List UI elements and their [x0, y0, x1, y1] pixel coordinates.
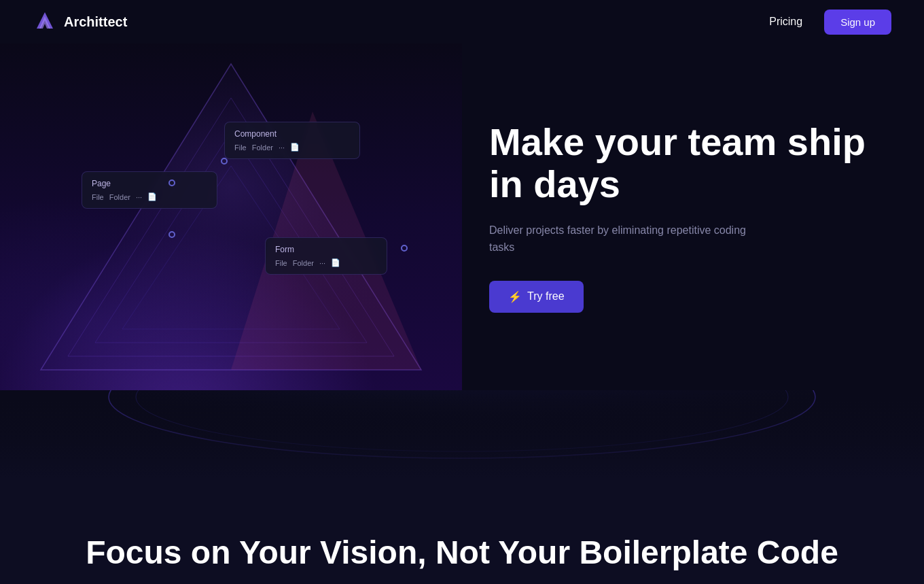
arc-svg	[0, 390, 924, 479]
svg-rect-9	[0, 390, 924, 479]
component-card: Component File Folder ··· 📄	[224, 122, 360, 159]
logo-icon	[33, 10, 57, 34]
signup-button[interactable]: Sign up	[824, 10, 891, 35]
form-card-row: File Folder ··· 📄	[275, 258, 377, 267]
page-card-row: File Folder ··· 📄	[92, 192, 207, 201]
dot-form	[401, 245, 408, 252]
component-folder[interactable]: Folder	[252, 143, 273, 152]
try-free-icon: ⚡	[508, 290, 522, 303]
focus-section: Focus on Your Vision, Not Your Boilerpla…	[0, 479, 924, 584]
dot-component	[221, 158, 228, 165]
form-folder[interactable]: Folder	[293, 259, 314, 267]
try-free-button[interactable]: ⚡ Try free	[489, 281, 584, 313]
page-doc[interactable]: 📄	[147, 192, 157, 201]
focus-title: Focus on Your Vision, Not Your Boilerpla…	[33, 533, 891, 572]
logo-text: Archittect	[64, 14, 127, 30]
try-free-label: Try free	[527, 290, 565, 303]
dot-page-bottom	[168, 231, 175, 238]
form-more[interactable]: ···	[319, 259, 325, 267]
form-doc[interactable]: 📄	[331, 258, 340, 267]
navbar: Archittect Pricing Sign up	[0, 0, 924, 44]
page-file[interactable]: File	[92, 193, 104, 201]
component-more[interactable]: ···	[279, 143, 285, 152]
component-card-row: File Folder ··· 📄	[234, 143, 350, 152]
form-file[interactable]: File	[275, 259, 287, 267]
logo-area[interactable]: Archittect	[33, 10, 127, 34]
form-card-title: Form	[275, 245, 377, 254]
pricing-link[interactable]: Pricing	[769, 16, 802, 28]
hero-section: Component File Folder ··· 📄 Page File Fo…	[0, 44, 924, 390]
ui-cards-layer: Component File Folder ··· 📄 Page File Fo…	[0, 44, 462, 390]
nav-right: Pricing Sign up	[769, 10, 891, 35]
form-card: Form File Folder ··· 📄	[265, 237, 387, 275]
page-card-title: Page	[92, 179, 207, 188]
arc-divider	[0, 390, 924, 479]
component-card-title: Component	[234, 129, 350, 139]
component-doc[interactable]: 📄	[290, 143, 300, 152]
hero-title: Make your team ship in days	[489, 121, 883, 205]
hero-subtitle: Deliver projects faster by eliminating r…	[489, 222, 761, 256]
component-file[interactable]: File	[234, 143, 247, 152]
dot-page-top	[168, 179, 175, 186]
hero-visual: Component File Folder ··· 📄 Page File Fo…	[0, 44, 462, 390]
page-more[interactable]: ···	[136, 193, 142, 201]
hero-content: Make your team ship in days Deliver proj…	[462, 121, 924, 312]
page-folder[interactable]: Folder	[109, 193, 130, 201]
page-card: Page File Folder ··· 📄	[82, 171, 217, 209]
